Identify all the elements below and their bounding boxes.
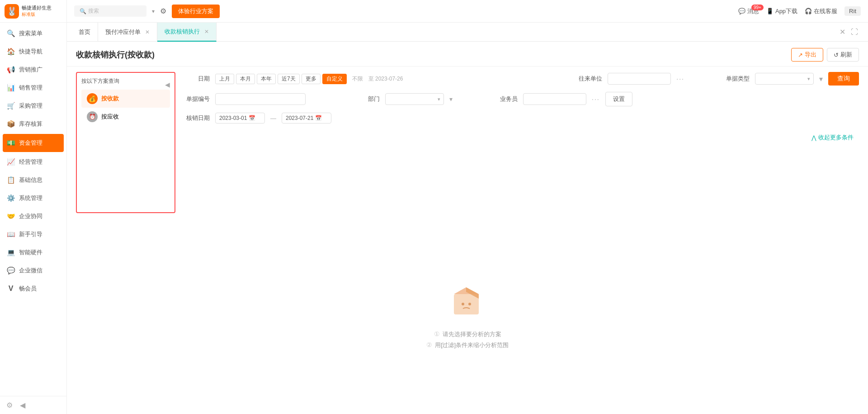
sidebar-item-system[interactable]: ⚙️ 系统管理: [0, 189, 66, 207]
empty-state: ① 请先选择要分析的方案 ② 用[过滤]条件来缩小分析范围: [67, 219, 868, 414]
verify-date-start-input[interactable]: 2023-03-01 📅: [215, 113, 265, 124]
sidebar-item-collab[interactable]: 🤝 企业协同: [0, 207, 66, 225]
refresh-button[interactable]: ↺ 刷新: [827, 48, 859, 62]
collapse-panel-icon[interactable]: ◀: [165, 81, 170, 88]
empty-hint-1: ① 请先选择要分析的方案: [434, 330, 501, 338]
close-tab-icon[interactable]: ✕: [838, 26, 847, 38]
more-conditions-row: ⋀ 收起更多条件: [183, 130, 859, 147]
sidebar-label-system: 系统管理: [19, 194, 42, 202]
doc-type-dots-icon[interactable]: ▾: [819, 75, 823, 83]
header-search-box[interactable]: 🔍 搜索: [74, 5, 146, 17]
filter-left-panel: 按以下方案查询 ◀ 💰 按收款 ⏰ 按应收: [76, 72, 175, 213]
sidebar-label-inventory: 库存核算: [19, 120, 42, 128]
tab-actions: ✕ ⛶: [838, 26, 863, 38]
dept-select[interactable]: [385, 93, 444, 105]
verify-date-end-input[interactable]: 2023-07-21 📅: [282, 113, 331, 124]
counterpart-input[interactable]: [608, 73, 671, 85]
export-label: 导出: [805, 51, 816, 59]
filter-option-by-receivable[interactable]: ⏰ 按应收: [81, 108, 170, 126]
date-btn-7days[interactable]: 近7天: [278, 74, 300, 84]
refresh-label: 刷新: [840, 51, 852, 59]
main-area: 🔍 搜索 ▾ ⚙ 体验行业方案 💬 消息 99+ 📱 App下载 🎧 在线客服 …: [67, 0, 868, 414]
collab-icon: 🤝: [6, 212, 15, 221]
collapse-more-icon: ⋀: [811, 134, 816, 141]
date-separator: —: [270, 115, 276, 122]
message-icon: 💬: [738, 8, 745, 14]
export-button[interactable]: ↗ 导出: [791, 48, 823, 62]
system-icon: ⚙️: [6, 194, 15, 203]
svg-point-4: [468, 303, 471, 305]
date-btn-this-year[interactable]: 本年: [257, 74, 276, 84]
staff-input[interactable]: [523, 93, 586, 105]
search-menu-icon: 🔍: [6, 29, 15, 38]
date-btn-this-month[interactable]: 本月: [236, 74, 255, 84]
tab-prepay-close-icon[interactable]: ✕: [145, 29, 150, 35]
doc-no-input[interactable]: [215, 93, 306, 105]
svg-rect-0: [454, 294, 479, 314]
filter-option-by-receipt[interactable]: 💰 按收款: [81, 90, 170, 108]
sales-icon: 📊: [6, 83, 15, 92]
sidebar-item-marketing[interactable]: 📢 营销推广: [0, 61, 66, 79]
sidebar-item-search[interactable]: 🔍 搜索菜单: [0, 24, 66, 43]
receipt-option-icon: 💰: [87, 93, 98, 104]
page-title-bar: 收款核销执行(按收款) ↗ 导出 ↺ 刷新: [67, 42, 868, 67]
wechat-icon: 💬: [6, 266, 15, 275]
online-service-button[interactable]: 🎧 在线客服: [805, 7, 837, 15]
app-download-button[interactable]: 📱 App下载: [766, 7, 797, 15]
filter-right-form: 日期 上月 本月 本年 近7天 更多 自定义 不限 至 2023-07-26: [183, 72, 859, 213]
query-button[interactable]: 查询: [828, 72, 859, 86]
expand-tab-icon[interactable]: ⛶: [849, 26, 860, 38]
sidebar-item-basic-info[interactable]: 📋 基础信息: [0, 171, 66, 189]
sidebar-label-vip: 畅会员: [19, 285, 37, 293]
tab-receipt-close-icon[interactable]: ✕: [204, 29, 209, 35]
dept-select-wrapper: [385, 93, 444, 105]
setting-button[interactable]: 设置: [605, 92, 632, 106]
page-actions: ↗ 导出 ↺ 刷新: [791, 48, 859, 62]
settings-bottom-icon[interactable]: ⚙: [6, 401, 13, 409]
sidebar-item-vip[interactable]: V 畅会员: [0, 280, 66, 298]
sidebar-bottom: ⚙ ◀︎: [0, 396, 66, 414]
staff-dots-icon[interactable]: ···: [592, 95, 600, 103]
guide-icon: 📖: [6, 230, 15, 239]
solution-button[interactable]: 体验行业方案: [172, 5, 220, 18]
tab-home[interactable]: 首页: [71, 23, 98, 42]
filter-row-3: 核销日期 2023-03-01 📅 — 2023-07-21 📅: [183, 113, 859, 124]
sidebar-item-hardware[interactable]: 💻 智能硬件: [0, 243, 66, 262]
empty-hint-2: ② 用[过滤]条件来缩小分析范围: [426, 341, 509, 349]
service-label: 在线客服: [814, 7, 837, 15]
calendar-end-icon: 📅: [315, 115, 322, 121]
sidebar-item-purchase[interactable]: 🛒 采购管理: [0, 97, 66, 115]
verify-date-label: 核销日期: [183, 114, 210, 122]
hint-2-text: 用[过滤]条件来缩小分析范围: [435, 341, 509, 349]
phone-icon: 📱: [766, 8, 774, 14]
sidebar-item-wechat[interactable]: 💬 企业微信: [0, 262, 66, 280]
marketing-icon: 📢: [6, 65, 15, 74]
user-info[interactable]: Rit: [844, 6, 861, 16]
sidebar-item-funds[interactable]: 💵 资金管理: [3, 134, 64, 152]
tab-bar: 首页 预付冲应付单 ✕ 收款核销执行 ✕ ✕ ⛶: [67, 23, 868, 42]
date-btn-custom[interactable]: 自定义: [322, 74, 347, 84]
sidebar-label-collab: 企业协同: [19, 212, 42, 220]
doc-type-select[interactable]: [755, 73, 814, 85]
dept-chevron-icon[interactable]: ▾: [449, 95, 453, 103]
counterpart-dots-icon[interactable]: ···: [676, 75, 684, 82]
date-btn-last-month[interactable]: 上月: [215, 74, 234, 84]
top-header: 🔍 搜索 ▾ ⚙ 体验行业方案 💬 消息 99+ 📱 App下载 🎧 在线客服 …: [67, 0, 868, 23]
basic-info-icon: 📋: [6, 176, 15, 185]
tab-prepay[interactable]: 预付冲应付单 ✕: [98, 23, 157, 42]
collapse-sidebar-icon[interactable]: ◀︎: [20, 401, 25, 409]
sidebar-item-operations[interactable]: 📈 经营管理: [0, 153, 66, 171]
sidebar-item-quicknav[interactable]: 🏠 快捷导航: [0, 43, 66, 61]
date-unlimited-text: 不限: [352, 75, 363, 83]
sidebar-item-sales[interactable]: 📊 销售管理: [0, 79, 66, 97]
settings-gear-icon[interactable]: ⚙: [160, 7, 166, 15]
message-button[interactable]: 💬 消息 99+: [738, 7, 759, 15]
service-icon: 🎧: [805, 8, 812, 14]
sidebar-item-guide[interactable]: 📖 新手引导: [0, 225, 66, 243]
tab-receipt[interactable]: 收款核销执行 ✕: [157, 23, 217, 42]
collapse-more-button[interactable]: ⋀ 收起更多条件: [806, 132, 859, 143]
sidebar-item-inventory[interactable]: 📦 库存核算: [0, 115, 66, 133]
counterpart-label: 往来单位: [575, 75, 602, 83]
search-placeholder-text: 搜索: [88, 7, 99, 15]
date-btn-more[interactable]: 更多: [302, 74, 321, 84]
